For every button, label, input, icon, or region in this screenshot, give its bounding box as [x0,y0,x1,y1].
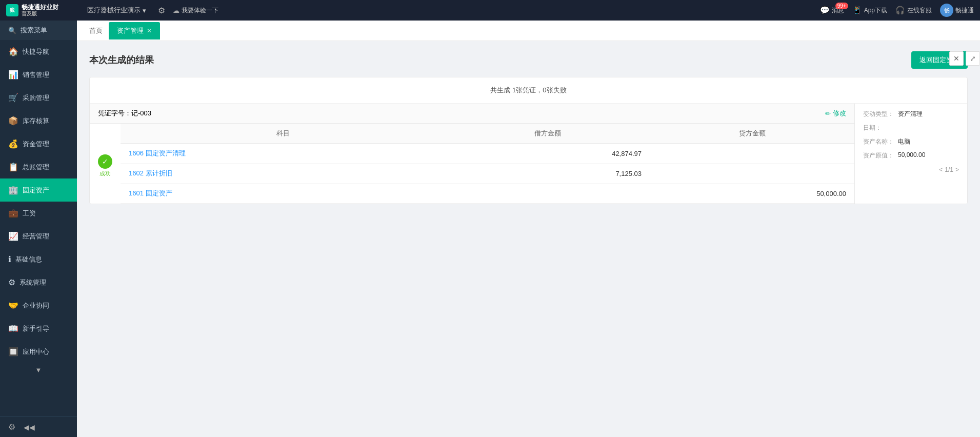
change-type-row: 变动类型： 资产清理 [863,110,959,118]
edit-voucher-button[interactable]: ✏ 修改 [825,109,846,118]
date-label: 日期： [863,124,882,132]
sidebar-item-operations[interactable]: 📈 经营管理 [0,225,77,248]
main-layout: 🔍 搜索菜单 🏠 快捷导航 📊 销售管理 🛒 采购管理 📦 库存核算 💰 资金管… [0,21,980,437]
system-icon: ⚙ [8,277,15,287]
table-row: 1606 固定资产清理 42,874.97 [121,144,854,164]
search-label: 搜索菜单 [21,26,47,35]
sidebar-item-purchase[interactable]: 🛒 采购管理 [0,86,77,109]
table-row: 1601 固定资产 50,000.00 [121,184,854,204]
sidebar-label-fixed-assets: 固定资产 [23,186,49,195]
sidebar-item-sales[interactable]: 📊 销售管理 [0,63,77,86]
chevron-down-icon: ▼ [35,366,42,374]
sidebar-item-guide[interactable]: 📖 新手引导 [0,317,77,340]
sidebar-label-basic-info: 基础信息 [15,255,42,264]
headset-icon: 🎧 [895,6,905,15]
sidebar-item-system[interactable]: ⚙ 系统管理 [0,271,77,294]
sales-icon: 📊 [8,70,18,80]
result-panel: 共生成 1张凭证，0张失败 凭证字号：记-003 ✏ 修改 [89,77,968,204]
debit-cell-2 [445,184,650,204]
phone-icon: 📱 [852,6,862,15]
app-center-icon: 🔲 [8,347,18,356]
tab-bar: 首页 资产管理 ✕ [77,21,980,41]
online-service-item[interactable]: 🎧 在线客服 [895,6,932,15]
panel-controls-area: ✕ ⤢ [949,51,980,66]
sidebar-label-guide: 新手引导 [23,324,49,333]
sidebar-label-purchase: 采购管理 [23,93,49,103]
col-debit: 借方金额 [445,124,650,144]
voucher-table-container: 科目 借方金额 贷方金额 1606 固定资产清理 42,874. [121,124,854,204]
debit-cell-1: 7,125.03 [445,164,650,184]
sidebar-item-ledger[interactable]: 📋 总账管理 [0,155,77,178]
tab-home[interactable]: 首页 [85,22,107,39]
voucher-main: 凭证字号：记-003 ✏ 修改 [90,104,854,204]
ledger-icon: 📋 [8,162,18,172]
guide-icon: 📖 [8,324,18,333]
voucher-number: 凭证字号：记-003 [98,109,151,118]
purchase-icon: 🛒 [8,93,18,103]
expand-panel-button[interactable]: ⤢ [966,51,980,66]
debit-cell-0: 42,874.97 [445,144,650,164]
operations-icon: 📈 [8,231,18,241]
logo-area: 账 畅捷通好业财 普及版 [6,4,83,17]
home-icon: 🏠 [8,47,18,56]
sidebar-item-enterprise[interactable]: 🤝 企业协同 [0,294,77,317]
settings-gear-button[interactable]: ⚙ [154,3,169,17]
sidebar-label-ledger: 总账管理 [23,163,49,172]
experience-label[interactable]: 我要体验一下 [182,6,218,15]
capital-icon: 💰 [8,139,18,149]
app-download-item[interactable]: 📱 App下载 [852,6,887,15]
edit-label: 修改 [833,109,846,118]
table-header-row: 科目 借方金额 贷方金额 [121,124,854,144]
sidebar-label-payroll: 工资 [23,209,36,218]
prev-page-button[interactable]: < [939,166,943,173]
asset-value-label: 资产原值： [863,151,894,160]
tab-close-button[interactable]: ✕ [147,27,152,34]
page-title: 本次生成的结果 [89,54,154,66]
sidebar-item-capital[interactable]: 💰 资金管理 [0,132,77,155]
asset-name-value: 电脑 [898,137,910,146]
header-right: 💬 消息 99+ 📱 App下载 🎧 在线客服 畅 畅捷通 [820,4,974,17]
col-credit: 贷方金额 [650,124,854,144]
sidebar-item-app-center[interactable]: 🔲 应用中心 [0,340,77,363]
subject-cell-0: 1606 固定资产清理 [121,144,445,164]
avatar: 畅 [940,4,953,17]
user-profile-item[interactable]: 畅 畅捷通 [940,4,974,17]
company-name: 医疗器械行业演示 [87,6,141,15]
success-circle: ✓ [98,154,112,169]
sidebar-item-payroll[interactable]: 💼 工资 [0,202,77,225]
payroll-icon: 💼 [8,208,18,218]
credit-cell-2: 50,000.00 [650,184,854,204]
change-type-label: 变动类型： [863,110,894,118]
voucher-header: 凭证字号：记-003 ✏ 修改 [90,104,854,124]
top-header: 账 畅捷通好业财 普及版 医疗器械行业演示 ▾ ⚙ ☁ 我要体验一下 💬 消息 … [0,0,980,21]
close-panel-button[interactable]: ✕ [949,51,964,66]
sidebar-item-quick-nav[interactable]: 🏠 快捷导航 [0,40,77,63]
sidebar-label-system: 系统管理 [19,278,46,287]
settings-bottom-icon[interactable]: ⚙ [8,422,15,432]
message-item[interactable]: 💬 消息 99+ [820,6,844,15]
company-selector[interactable]: 医疗器械行业演示 ▾ [83,4,150,17]
tab-asset-mgmt[interactable]: 资产管理 ✕ [109,22,160,39]
logo-main-text: 畅捷通好业财 [22,4,58,11]
next-page-button[interactable]: > [955,166,959,173]
collapse-icon[interactable]: ◀◀ [24,423,35,431]
sidebar-item-basic-info[interactable]: ℹ 基础信息 [0,248,77,271]
sidebar-search[interactable]: 🔍 搜索菜单 [0,21,77,40]
sidebar-item-fixed-assets[interactable]: 🏢 固定资产 [0,178,77,202]
header-middle: 医疗器械行业演示 ▾ ⚙ ☁ 我要体验一下 [83,3,820,17]
sidebar-scroll-down[interactable]: ▼ [0,363,77,377]
user-name: 畅捷通 [955,6,974,15]
sidebar-label-capital: 资金管理 [23,140,49,149]
subject-cell-1: 1602 累计折旧 [121,164,445,184]
sidebar-label-operations: 经营管理 [23,232,49,241]
fixed-assets-icon: 🏢 [8,185,18,195]
result-summary: 共生成 1张凭证，0张失败 [90,77,967,104]
gear-icon: ⚙ [158,6,165,15]
credit-cell-0 [650,144,854,164]
subject-cell-2: 1601 固定资产 [121,184,445,204]
sidebar-item-inventory[interactable]: 📦 库存核算 [0,109,77,132]
app-download-label: App下载 [864,6,887,15]
message-icon: 💬 [820,6,830,15]
success-label: 成功 [99,170,111,177]
asset-name-label: 资产名称： [863,137,894,146]
